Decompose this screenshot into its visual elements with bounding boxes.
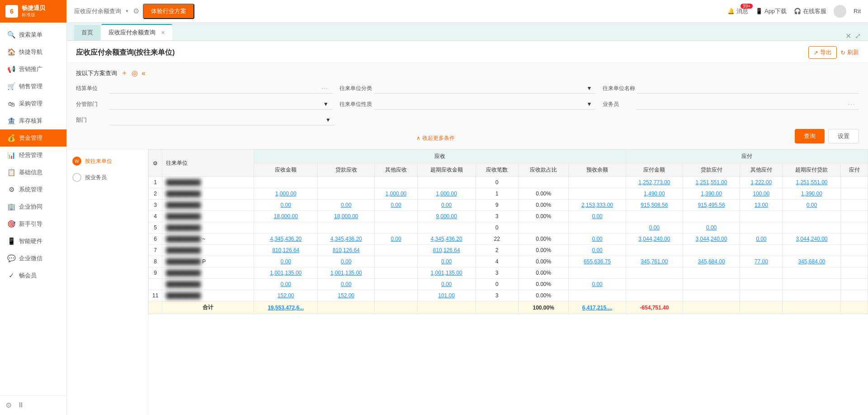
row-ap_col14-cell [841,279,868,290]
sidebar-item-purchase[interactable]: 🛍 采购管理 [0,95,66,112]
sidebar-item-inventory[interactable]: 🏦 库存核算 [0,112,66,129]
refresh-button[interactable]: ↻ 刷新 [840,46,859,59]
tab-query[interactable]: 应收应付余额查询 ✕ [101,24,172,40]
row-ar_overdue-cell: 1,001,135.00 [417,267,476,279]
username-label: Rit [854,8,861,14]
row-ap_loan-cell: 345,684.00 [683,256,740,267]
tab-query-label: 应收应付余额查询 [108,29,156,36]
member-icon: ✓ [7,272,15,280]
left-nav-by-partner[interactable]: W 按往来单位 [67,153,148,169]
sales-icon: 🛒 [7,82,15,91]
sidebar-item-marketing[interactable]: 📢 营销推广 [0,61,66,78]
wechat-icon: 💬 [7,254,15,262]
filter-salesman-input[interactable]: ··· [636,99,859,110]
export-button[interactable]: ↗ 导出 [808,46,837,59]
filter-dept-manager-select[interactable]: ▼ [109,99,332,110]
tab-close-window-icon[interactable]: ✕ [845,32,851,40]
table-row: 3█████████0.000.000.000.0090.00%2,153,33… [149,200,868,211]
user-avatar[interactable] [834,5,846,18]
filter-partner-category-select[interactable]: ▼ [374,83,596,94]
sidebar-item-hardware[interactable]: 📱 智能硬件 [0,233,66,250]
table-settings-th[interactable]: ⚙ [149,150,162,177]
sidebar-item-basic[interactable]: 📋 基础信息 [0,164,66,181]
system-icon: ⚙ [7,186,15,194]
sidebar-item-member[interactable]: ✓ 畅会员 [0,267,66,284]
sidebar-item-search[interactable]: 🔍 搜索菜单 [0,26,66,43]
table-row: 2█████████1,000.001,000.001,000.0010.00%… [149,188,868,200]
row-ar_amount-cell: 4,345,436.20 [254,234,318,245]
table-payable-group-th: 应付 [626,150,868,163]
header-online-service[interactable]: 🎧 在线客服 [794,7,826,15]
row-ar_loan-cell: 18,000.00 [318,211,375,222]
row-partner-cell: █████████ [162,279,254,290]
right-content: ⚙ 往来单位 应收 应付 应收金额 贷款应收 其他应收 超期应收金额 应收笔数 [148,149,868,415]
by-partner-icon: W [72,157,81,166]
filter-dept-select[interactable]: ▼ [109,115,335,125]
filter-dept-manager: 分管部门 ▼ [76,99,332,110]
row-ap_amount-cell: 1,490.00 [626,188,683,200]
row-ap_overdue-cell: 1,251,551.00 [783,177,841,188]
sidebar-item-finance[interactable]: 💰 资金管理 [0,129,66,147]
tab-close-icon[interactable]: ✕ [161,30,165,35]
row-no-cell: 3 [149,200,162,211]
header-app-download[interactable]: 📱 App下载 [755,7,787,15]
sidebar-label-member: 畅会员 [19,272,37,280]
row-no-cell: 6 [149,234,162,245]
sidebar-collapse-btn[interactable]: ⏸ [17,401,24,410]
row-ap_loan-cell: 1,390.00 [683,188,740,200]
sidebar-item-shortcut[interactable]: 🏠 快捷导航 [0,43,66,61]
partner-category-dropdown-icon: ▼ [586,85,592,91]
row-ar_other-cell: 0.00 [375,234,417,245]
filter-expand-button[interactable]: « [142,69,146,77]
sidebar-item-wechat[interactable]: 💬 企业微信 [0,250,66,267]
header-dropdown-icon[interactable]: ▼ [125,9,129,14]
collapse-label: 收起更多条件 [422,134,455,142]
filter-settlement-input[interactable]: ··· [109,83,332,94]
sidebar-label-operations: 经营管理 [19,151,42,159]
filter-row-3: 部门 ▼ [76,115,859,125]
row-ar_amount-cell: 152.00 [254,290,318,301]
row-ap_other-cell [740,245,783,256]
row-ap_overdue-cell: 0.00 [783,200,841,211]
filter-partner-nature-label: 往来单位性质 [340,100,372,108]
header-promo-button[interactable]: 体验行业方案 [143,4,194,19]
row-ar_loan-cell: 0.00 [318,200,375,211]
row-ar_amount-cell: 810,126.64 [254,245,318,256]
page-header: 应收应付余额查询(按往来单位) ↗ 导出 ↻ 刷新 [67,41,868,63]
left-nav-by-salesman[interactable]: 按业务员 [67,169,148,186]
home-icon: 🏠 [7,48,15,56]
sidebar-settings-btn[interactable]: ⚙ [5,401,12,410]
row-ap_amount-cell [626,290,683,301]
sidebar-item-sales[interactable]: 🛒 销售管理 [0,78,66,95]
row-ar_count-cell: 4 [476,256,518,267]
sidebar-item-guide[interactable]: 🎯 新手引导 [0,215,66,233]
filter-settings-button[interactable]: ◎ [132,69,138,77]
filter-partner-nature-select[interactable]: ▼ [374,99,596,110]
tab-expand-icon[interactable]: ⤢ [855,32,861,40]
row-ar_other-cell [375,245,417,256]
summary-ar-count [476,301,518,314]
app-icon: 📱 [755,8,763,14]
sidebar-item-system[interactable]: ⚙ 系统管理 [0,181,66,198]
refresh-label: 刷新 [847,48,859,57]
row-no-cell: 5 [149,222,162,234]
settings-button[interactable]: 设置 [828,129,859,143]
filter-add-button[interactable]: ＋ [121,68,128,78]
filter-partner-category-label: 往来单位分类 [340,85,372,92]
row-ap_col14-cell [841,188,868,200]
filter-partner-name-input[interactable] [637,83,859,94]
row-prepay_balance-cell [569,222,626,234]
tab-home[interactable]: 首页 [74,25,100,40]
row-ap_amount-cell: 3,044,240.00 [626,234,683,245]
table-row: 9█████████1,001,135.001,001,135.001,001,… [149,267,868,279]
query-button[interactable]: 查询 [795,129,825,143]
sidebar-label-shortcut: 快捷导航 [19,48,42,56]
collapse-more-button[interactable]: ∧ 收起更多条件 [416,134,455,142]
row-ap_other-cell [740,267,783,279]
header-notifications[interactable]: 🔔 消息 99+ [727,7,748,15]
sidebar-item-operations[interactable]: 📊 经营管理 [0,147,66,164]
logo-subtitle: 标准版 [22,12,45,18]
header-gear-icon[interactable]: ⚙ [133,7,139,15]
row-ar_overdue-cell: 4,345,436.20 [417,234,476,245]
sidebar-item-enterprise[interactable]: 🏢 企业协同 [0,198,66,215]
